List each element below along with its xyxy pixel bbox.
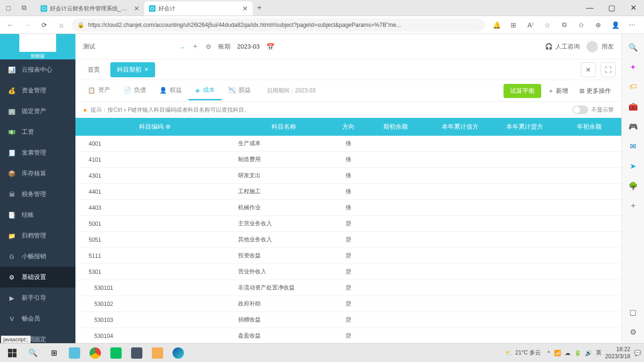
add-button[interactable]: ＋ 新增	[543, 84, 573, 98]
cell-credit[interactable]	[492, 296, 557, 312]
table-row[interactable]: 4401 工程施工 借	[75, 184, 621, 200]
edge-icon[interactable]	[169, 345, 188, 362]
rail-settings-icon[interactable]: ⚙	[627, 326, 639, 337]
toolbox-rail-icon[interactable]: 🧰	[627, 101, 639, 112]
folder-icon[interactable]	[148, 345, 167, 362]
close-icon[interactable]: ✕	[134, 5, 140, 12]
cell-debit[interactable]	[428, 168, 492, 184]
url-input[interactable]: 🔒 https://cloud2.chanjet.com/accounting/…	[72, 18, 485, 32]
close-icon[interactable]: ✕	[144, 66, 149, 73]
cell-year-opening[interactable]	[557, 200, 621, 216]
table-row[interactable]: 5301 营业外收入 贷	[75, 264, 621, 280]
outlook-rail-icon[interactable]: ✉	[627, 140, 639, 152]
browser-tab[interactable]: 好会计✕	[144, 1, 253, 16]
table-row[interactable]: 530103 捐赠收益 贷	[75, 312, 621, 328]
cell-debit[interactable]	[428, 200, 492, 216]
calendar-icon[interactable]: 📅	[266, 43, 274, 50]
fullscreen-button[interactable]: ⛶	[601, 62, 616, 77]
cell-debit[interactable]	[428, 280, 492, 296]
profile-icon[interactable]: 👤	[610, 20, 620, 30]
menu-icon[interactable]: ⋯	[627, 20, 637, 30]
cell-opening[interactable]	[363, 280, 428, 296]
cell-year-opening[interactable]	[557, 168, 621, 184]
cell-debit[interactable]	[428, 312, 492, 328]
table-row[interactable]: 5001 主营业务收入 贷	[75, 216, 621, 232]
minimize-button[interactable]: —	[579, 0, 601, 16]
collections-icon[interactable]: ⊕	[593, 20, 603, 30]
cell-credit[interactable]	[492, 280, 557, 296]
table-row[interactable]: 530101 非流动资产处置净收益 贷	[75, 280, 621, 296]
cell-credit[interactable]	[492, 152, 557, 168]
sidebar-item-expense[interactable]: G小畅报销	[0, 246, 75, 267]
category-tab[interactable]: 📋资产	[81, 82, 117, 100]
games-rail-icon[interactable]: 🎮	[627, 121, 639, 132]
sidebar-item-close[interactable]: 📑结账	[0, 205, 75, 225]
cell-year-opening[interactable]	[557, 312, 621, 328]
task-view[interactable]: ⊞	[44, 345, 63, 362]
sidebar-item-fund[interactable]: 💰资金管理	[0, 80, 75, 101]
cell-credit[interactable]	[492, 136, 557, 152]
table-row[interactable]: 4101 制造费用 借	[75, 152, 621, 168]
settings-icon[interactable]: ⚙	[206, 43, 212, 50]
system-tray[interactable]: ^ 📶 ☁ 🔋 🔊 英 18:22 2023/3/18 💬	[547, 346, 641, 360]
volume-icon[interactable]: 🔊	[585, 350, 592, 356]
sidebar-item-tax[interactable]: 🏛税务管理	[0, 184, 75, 205]
browser-tab[interactable]: 好会计云财务软件管理系统_会计...✕	[36, 1, 144, 16]
cell-opening[interactable]	[363, 296, 428, 312]
search-rail-icon[interactable]: 🔍	[627, 41, 639, 53]
cell-year-opening[interactable]	[557, 136, 621, 152]
table-row[interactable]: 530102 政府补助 贷	[75, 296, 621, 312]
category-tab[interactable]: ◈成本	[189, 82, 222, 100]
copilot-rail-icon[interactable]: ✦	[627, 61, 639, 73]
page-tab[interactable]: 首页	[81, 62, 107, 77]
file-explorer-icon[interactable]	[65, 345, 84, 362]
home-button[interactable]: ⌂	[55, 18, 68, 32]
cell-debit[interactable]	[428, 136, 492, 152]
cell-debit[interactable]	[428, 216, 492, 232]
cell-year-opening[interactable]	[557, 248, 621, 264]
table-row[interactable]: 5111 投资收益 贷	[75, 248, 621, 264]
weather-widget[interactable]: ⛅ 21°C 多云	[505, 349, 541, 357]
tray-chevron-icon[interactable]: ^	[547, 350, 550, 356]
cell-year-opening[interactable]	[557, 296, 621, 312]
tabs-overview-button[interactable]: ⧉	[16, 0, 32, 16]
cell-credit[interactable]	[492, 312, 557, 328]
cell-credit[interactable]	[492, 232, 557, 248]
cell-year-opening[interactable]	[557, 328, 621, 344]
column-header[interactable]: 本年累计贷方	[492, 118, 557, 136]
wechat-icon[interactable]	[107, 345, 125, 362]
cell-opening[interactable]	[363, 152, 428, 168]
sidebar-item-archive[interactable]: 📁归档管理	[0, 225, 75, 246]
tree-rail-icon[interactable]: 🌳	[627, 180, 639, 191]
search-taskbar[interactable]: 🔍	[24, 345, 42, 362]
cell-credit[interactable]	[492, 216, 557, 232]
favorite-icon[interactable]: ☆	[542, 20, 553, 30]
trial-balance-button[interactable]: 试算平衡	[504, 84, 541, 98]
hide-disabled-toggle[interactable]	[572, 106, 588, 114]
back-button[interactable]: ←	[4, 18, 17, 32]
close-tab-button[interactable]: ✕	[581, 62, 596, 77]
add-rail-icon[interactable]: ＋	[627, 200, 639, 211]
refresh-button[interactable]: ⟳	[38, 18, 51, 32]
cell-year-opening[interactable]	[557, 152, 621, 168]
sidebar-item-vip[interactable]: V畅会员	[0, 308, 75, 329]
cell-year-opening[interactable]	[557, 184, 621, 200]
user-menu[interactable]: 用友	[586, 41, 614, 52]
cell-opening[interactable]	[363, 312, 428, 328]
collapse-rail-icon[interactable]: ▢	[627, 306, 639, 318]
table-row[interactable]: 4301 研发支出 借	[75, 168, 621, 184]
cell-opening[interactable]	[363, 200, 428, 216]
new-tab-button[interactable]: ＋	[253, 1, 266, 15]
column-header[interactable]: 本年累计借方	[428, 118, 492, 136]
column-header[interactable]: 科目编码⚙	[75, 118, 234, 136]
sidebar-item-guide[interactable]: ▶新手引导	[0, 288, 75, 308]
cell-year-opening[interactable]	[557, 280, 621, 296]
page-tab[interactable]: 科目期初✕	[110, 62, 155, 77]
workspace-button[interactable]: ▢	[0, 0, 16, 16]
clock[interactable]: 18:22 2023/3/18	[605, 346, 630, 360]
cell-opening[interactable]	[363, 136, 428, 152]
table-row[interactable]: 5051 其他业务收入 贷	[75, 232, 621, 248]
more-actions-button[interactable]: ⊞ 更多操作	[575, 84, 616, 98]
cell-opening[interactable]	[363, 232, 428, 248]
consult-button[interactable]: 🎧 人工咨询	[545, 42, 580, 51]
